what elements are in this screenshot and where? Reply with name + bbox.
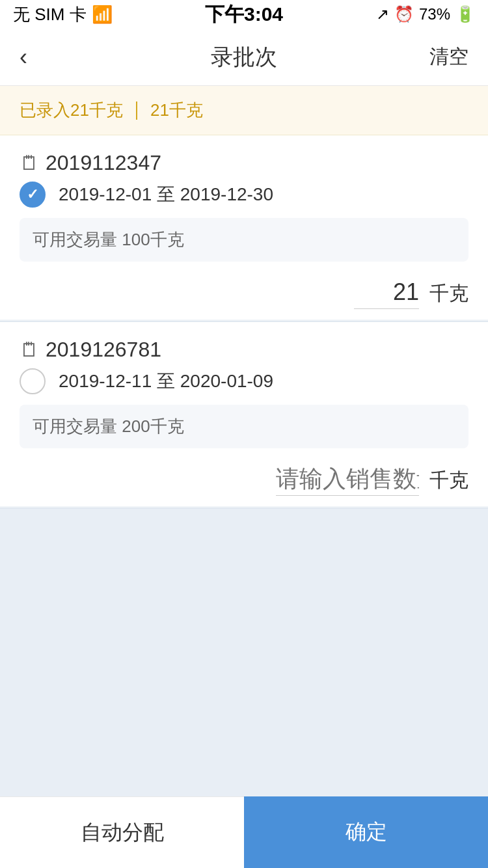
batch-1-quantity-row: 千克	[0, 272, 488, 319]
batch-1-date: 2019-12-01 至 2019-12-30	[59, 182, 273, 207]
batch-1-quantity-input[interactable]	[354, 278, 419, 306]
batch-1-date-row[interactable]: 2019-12-01 至 2019-12-30	[0, 182, 488, 218]
batch-card-2: 🗒 2019126781 2019-12-11 至 2020-01-09 可用交…	[0, 322, 488, 506]
empty-area	[0, 509, 488, 796]
alarm-icon: ⏰	[394, 5, 414, 23]
battery-text: 73%	[419, 5, 450, 23]
batch-2-checkbox[interactable]	[20, 368, 46, 394]
nav-bar: ‹ 录批次 清空	[0, 29, 488, 86]
batch-1-header: 🗒 2019112347	[0, 135, 488, 182]
batch-1-quantity-underline	[354, 278, 419, 309]
confirm-label: 确定	[346, 818, 387, 847]
batch-1-id: 2019112347	[46, 151, 161, 175]
bottom-bar: 自动分配 确定	[0, 796, 488, 868]
carrier-text: 无 SIM 卡	[13, 3, 87, 26]
batch-card-1: 🗒 2019112347 2019-12-01 至 2019-12-30 可用交…	[0, 135, 488, 319]
recorded-amount-label: 已录入21千克	[20, 99, 123, 122]
batch-2-header: 🗒 2019126781	[0, 322, 488, 368]
status-right: ↗ ⏰ 73% 🔋	[376, 5, 475, 23]
info-banner: 已录入21千克 21千克	[0, 86, 488, 135]
wifi-icon: 📶	[92, 5, 113, 25]
batch-2-date-row[interactable]: 2019-12-11 至 2020-01-09	[0, 368, 488, 405]
status-carrier: 无 SIM 卡 📶	[13, 3, 113, 26]
page-title: 录批次	[211, 42, 277, 72]
batch-2-quantity-input[interactable]	[276, 465, 419, 493]
location-icon: ↗	[376, 5, 389, 23]
batch-1-avail: 可用交易量 100千克	[20, 218, 468, 262]
batch-1-unit: 千克	[429, 280, 468, 307]
batch-2-id: 2019126781	[46, 338, 161, 362]
confirm-button[interactable]: 确定	[244, 796, 488, 868]
batch-2-unit: 千克	[429, 467, 468, 494]
back-button[interactable]: ‹	[20, 44, 59, 71]
clear-button[interactable]: 清空	[429, 44, 468, 70]
status-bar: 无 SIM 卡 📶 下午3:04 ↗ ⏰ 73% 🔋	[0, 0, 488, 29]
banner-divider	[136, 102, 137, 120]
battery-icon: 🔋	[455, 5, 475, 23]
main-content: 已录入21千克 21千克 🗒 2019112347 2019-12-01 至 2…	[0, 86, 488, 796]
batch-1-icon: 🗒	[20, 152, 39, 174]
batch-2-avail: 可用交易量 200千克	[20, 405, 468, 448]
batch-2-quantity-underline	[276, 465, 419, 496]
batch-2-date: 2019-12-11 至 2020-01-09	[59, 369, 273, 394]
recorded-amount-value: 21千克	[150, 99, 203, 122]
auto-distribute-label: 自动分配	[81, 819, 164, 847]
batch-2-quantity-row: 千克	[0, 459, 488, 506]
auto-distribute-button[interactable]: 自动分配	[0, 796, 244, 868]
status-time: 下午3:04	[205, 1, 283, 28]
batch-2-icon: 🗒	[20, 339, 39, 361]
batch-1-checkbox[interactable]	[20, 182, 46, 208]
